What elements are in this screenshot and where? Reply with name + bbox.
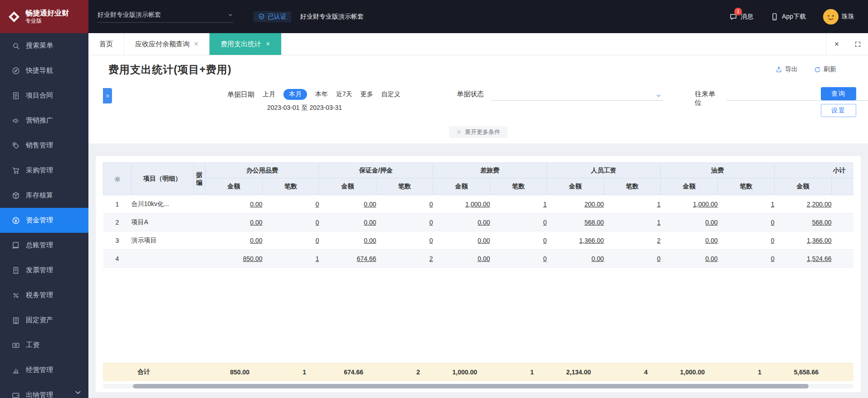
query-button[interactable]: 查询 xyxy=(821,87,856,100)
amount-link[interactable]: 0.00 xyxy=(250,237,262,244)
amount-link[interactable]: 1,000.00 xyxy=(693,201,718,208)
date-option-5[interactable]: 自定义 xyxy=(381,90,400,98)
sidebar-item-2[interactable]: 项目合同 xyxy=(0,83,88,108)
user-menu[interactable]: 珠珠 xyxy=(823,9,854,25)
double-chevron-right-icon xyxy=(105,93,110,98)
total-label: 合计 xyxy=(131,363,193,381)
amount-link[interactable]: 0.00 xyxy=(705,255,717,262)
tab-0[interactable]: 首页 xyxy=(88,33,124,55)
date-option-2[interactable]: 本年 xyxy=(315,90,328,98)
close-tab-icon[interactable]: × xyxy=(194,40,198,48)
date-range-value[interactable]: 2023-03-01 至 2023-03-31 xyxy=(267,104,400,112)
amount-link[interactable]: 850.00 xyxy=(243,255,263,262)
amount-subheader: 金额 xyxy=(547,178,604,195)
sidebar-item-13[interactable]: 经营管理 xyxy=(0,358,88,383)
sidebar-item-3[interactable]: 营销推广 xyxy=(0,108,88,133)
count-link[interactable]: 0 xyxy=(543,237,547,244)
amount-link[interactable]: 0.00 xyxy=(705,237,717,244)
count-link[interactable]: 0 xyxy=(543,255,547,262)
amount-link[interactable]: 0.00 xyxy=(250,201,262,208)
app-download-button[interactable]: App下载 xyxy=(770,13,806,21)
amount-link[interactable]: 0.00 xyxy=(364,237,376,244)
subtotal-link[interactable]: 1,366.00 xyxy=(807,237,832,244)
expense-report-table: 项目（明细）据编办公用品费保证金/押金差旅费人员工资油费小计 金额笔数金额笔数金… xyxy=(103,162,853,268)
messages-button[interactable]: 1 消息 xyxy=(729,13,753,21)
amount-subheader: 金额 xyxy=(661,178,718,195)
amount-link[interactable]: 0.00 xyxy=(250,219,262,226)
count-link[interactable]: 1 xyxy=(657,219,661,226)
count-link[interactable]: 1 xyxy=(771,201,775,208)
count-link[interactable]: 0 xyxy=(657,255,661,262)
tab-label: 首页 xyxy=(99,40,113,49)
collapse-filters-button[interactable] xyxy=(103,88,112,103)
tab-2[interactable]: 费用支出统计 × xyxy=(210,33,281,55)
column-settings-button[interactable] xyxy=(103,163,132,195)
amount-link[interactable]: 0.00 xyxy=(364,201,376,208)
count-link[interactable]: 2 xyxy=(657,237,661,244)
tab-controls: × xyxy=(826,33,868,55)
sidebar-scroll-down-icon[interactable] xyxy=(74,388,82,397)
export-button[interactable]: 导出 xyxy=(775,65,798,74)
horizontal-scrollbar-thumb[interactable] xyxy=(133,384,809,388)
count-link[interactable]: 0 xyxy=(771,237,775,244)
fullscreen-button[interactable] xyxy=(847,33,868,55)
count-link[interactable]: 0 xyxy=(316,237,319,244)
sidebar-item-4[interactable]: 销售管理 xyxy=(0,133,88,158)
count-link[interactable]: 0 xyxy=(771,255,775,262)
sidebar-item-8[interactable]: 总账管理 xyxy=(0,233,88,258)
sidebar-item-7[interactable]: 资金管理 xyxy=(0,208,88,233)
amount-link[interactable]: 1,000.00 xyxy=(465,201,490,208)
count-link[interactable]: 2 xyxy=(429,255,433,262)
sidebar-item-1[interactable]: 快捷导航 xyxy=(0,58,88,83)
count-link[interactable]: 0 xyxy=(429,237,433,244)
close-all-tabs-button[interactable]: × xyxy=(826,33,847,55)
tab-1[interactable]: 应收应付余额查询 × xyxy=(124,33,210,55)
amount-link[interactable]: 0.00 xyxy=(591,255,604,262)
amount-link[interactable]: 0.00 xyxy=(705,219,717,226)
sidebar-item-10[interactable]: 税务管理 xyxy=(0,283,88,308)
amount-link[interactable]: 0.00 xyxy=(364,219,376,226)
count-link[interactable]: 1 xyxy=(316,255,319,262)
date-option-4[interactable]: 更多 xyxy=(361,90,373,98)
account-set-selector[interactable]: 好业财专业版演示帐套 xyxy=(98,11,234,23)
sidebar-item-0[interactable]: 搜索菜单 xyxy=(0,33,88,58)
sidebar-item-label: 项目合同 xyxy=(26,91,53,100)
count-link[interactable]: 0 xyxy=(429,201,433,208)
count-link[interactable]: 1 xyxy=(543,201,547,208)
sidebar-item-6[interactable]: 库存核算 xyxy=(0,183,88,208)
date-option-3[interactable]: 近7天 xyxy=(336,90,352,98)
date-option-1[interactable]: 本月 xyxy=(283,89,307,100)
sidebar-item-12[interactable]: 工资 xyxy=(0,333,88,358)
count-link[interactable]: 0 xyxy=(316,201,319,208)
subtotal-link[interactable]: 568.00 xyxy=(812,219,832,226)
close-tab-icon[interactable]: × xyxy=(266,40,270,48)
amount-link[interactable]: 0.00 xyxy=(478,237,490,244)
subtotal-link[interactable]: 2,200.00 xyxy=(807,201,832,208)
count-link[interactable]: 0 xyxy=(771,219,775,226)
sidebar-item-9[interactable]: 发票管理 xyxy=(0,258,88,283)
sidebar-item-11[interactable]: 固定资产 xyxy=(0,308,88,333)
refresh-button[interactable]: 刷新 xyxy=(814,65,836,74)
count-link[interactable]: 0 xyxy=(429,219,433,226)
amount-link[interactable]: 0.00 xyxy=(478,255,490,262)
status-select[interactable] xyxy=(491,90,663,101)
count-link[interactable]: 0 xyxy=(316,219,319,226)
subtotal-link[interactable]: 1,524.66 xyxy=(807,255,832,262)
settings-button[interactable]: 设置 xyxy=(821,104,856,117)
amount-link[interactable]: 1,366.00 xyxy=(579,237,604,244)
partner-filter-label: 往来单位 xyxy=(695,90,719,107)
amount-link[interactable]: 200.00 xyxy=(585,201,604,208)
sidebar-item-5[interactable]: 采购管理 xyxy=(0,158,88,183)
count-link[interactable]: 1 xyxy=(657,201,661,208)
count-link[interactable]: 0 xyxy=(543,219,547,226)
tag-icon xyxy=(12,142,20,150)
amount-link[interactable]: 0.00 xyxy=(478,219,490,226)
sidebar-menu: 搜索菜单 快捷导航 项目合同 营销推广 销售管理 采购管理 库存核算 资金管理 xyxy=(0,33,88,398)
account-set-label: 好业财专业版演示帐套 xyxy=(98,11,161,19)
amount-link[interactable]: 674.66 xyxy=(357,255,376,262)
expand-more-conditions-button[interactable]: 展开更多条件 xyxy=(449,126,507,138)
book-icon xyxy=(12,241,20,250)
amount-link[interactable]: 568.00 xyxy=(585,219,604,226)
date-option-0[interactable]: 上月 xyxy=(263,90,275,98)
clipped-cell xyxy=(832,250,853,268)
